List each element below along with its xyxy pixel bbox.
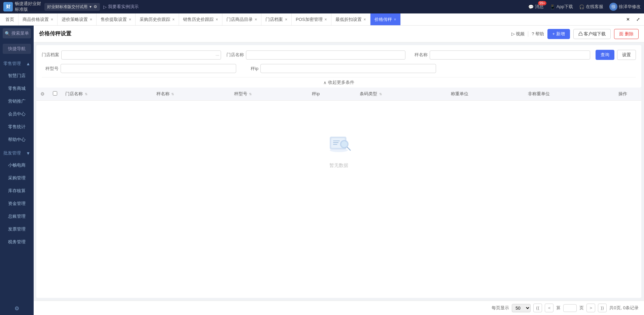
store-name-input[interactable] [246,50,406,60]
scale-ip-input[interactable] [260,64,436,73]
page-number-input[interactable]: 1 [563,304,577,312]
sidebar-section-wholesale-header[interactable]: 批发管理 ▼ [0,147,34,159]
sidebar-item-invoice[interactable]: 发票管理 [0,223,34,236]
tab-purchase-history-close[interactable]: × [172,17,175,22]
add-button[interactable]: + 新增 [547,29,570,39]
sidebar-item-general-ledger[interactable]: 总账管理 [0,210,34,223]
user-info[interactable]: 徐 徐泽华修改 [609,3,641,11]
messages-button[interactable]: 💬 消息 99+ [528,4,544,10]
page-total: 共0页, 0条记录 [609,305,639,311]
tab-pos-mgmt-label: POS加密管理 [296,16,322,23]
tab-sale-price-label: 售价提取设置 [101,16,127,23]
settings-icon[interactable]: ⚙ [94,4,97,9]
tab-store-archive-label: 门店档案 [265,16,283,23]
sidebar-item-help-center[interactable]: 帮助中心 [0,133,34,146]
logo-text: 畅捷通好业财 标准版 [15,1,41,12]
maximize-tab-button[interactable]: ⤢ [633,15,643,24]
download-client-button[interactable]: 凸 客户端下载 [573,29,611,39]
settings-button[interactable]: 设置 [617,50,636,60]
store-archive-input[interactable] [61,50,221,60]
collapse-button[interactable]: ∧ 收起更多条件 [323,79,354,85]
tab-pos-mgmt[interactable]: POS加密管理 × [292,13,331,26]
th-weight-unit: 称重单位 [447,88,524,101]
tab-sales-history-close[interactable]: × [216,17,218,22]
tab-min-discount-close[interactable]: × [364,17,366,22]
sidebar-item-member-center[interactable]: 会员中心 [0,108,34,120]
sidebar-section-retail-header[interactable]: 零售管理 ▲ [0,58,34,69]
close-tab-button[interactable]: ✕ [623,15,633,24]
version-label: 好业财标准版交付试用 [47,4,87,10]
tab-sales-history[interactable]: 销售历史价跟踪 × [179,13,222,26]
tab-store-catalog-label: 门店商品目录 [226,16,253,23]
select-all-checkbox[interactable] [53,91,57,96]
filter-area: 门店档案 ··· 门店名称 秤名称 查询 [36,45,641,88]
last-page-button[interactable]: ⟩⟩ [598,304,607,312]
app-download-button[interactable]: 📱 App下载 [550,4,573,10]
sort-scale-model-icon: ⇅ [249,92,252,96]
table-config-button[interactable]: ⚙ [40,91,45,97]
scale-name-input[interactable] [430,50,590,60]
sidebar-item-marketing[interactable]: 营销推广 [0,95,34,108]
store-archive-ellipsis-button[interactable]: ··· [214,51,221,59]
sidebar-item-purchase-mgmt[interactable]: 采购管理 [0,172,34,184]
tab-min-discount-label: 最低折扣设置 [335,16,362,23]
tab-sale-price-close[interactable]: × [129,17,131,22]
next-page-button[interactable]: ＞ [586,304,595,312]
tab-purchase-history[interactable]: 采购历史价跟踪 × [136,13,179,26]
filter-store-archive: 门店档案 ··· [42,50,221,60]
search-menu-button[interactable]: 🔍 搜索菜单 [3,28,31,38]
sidebar-item-inventory[interactable]: 库存核算 [0,184,34,197]
tab-store-catalog-close[interactable]: × [255,17,257,22]
sidebar-item-ecommerce[interactable]: 小畅电商 [0,159,34,172]
tab-min-discount[interactable]: 最低折扣设置 × [331,13,370,26]
tab-price-scale-close[interactable]: × [394,17,396,22]
empty-icon [324,128,354,158]
sidebar-item-smart-store[interactable]: 智慧门店 [0,69,34,82]
page-title: 价格传秤设置 [39,30,71,37]
delete-button[interactable]: 面 删除 [614,29,639,39]
filter-store-archive-input-wrapper: ··· [61,50,221,60]
filter-scale-name-label: 秤名称 [411,52,428,58]
tab-price-scale[interactable]: 价格传秤 × [370,13,401,26]
tab-store-catalog[interactable]: 门店商品目录 × [222,13,261,26]
help-link[interactable]: ? 帮助 [532,31,544,37]
filter-row-2: 秤型号 秤ip [42,64,636,73]
th-scale-model: 秤型号 ⇅ [230,88,308,101]
tab-goods-price[interactable]: 商品价格设置 × [19,13,58,26]
sidebar-item-retail-mall[interactable]: 零售商城 [0,82,34,95]
tab-store-archive-close[interactable]: × [285,17,287,22]
page-size-select[interactable]: 20 50 100 [512,304,531,312]
sidebar-item-finance[interactable]: 资金管理 [0,197,34,210]
tab-goods-price-close[interactable]: × [51,17,53,22]
demo-button[interactable]: ▷ 我要看实例演示 [103,4,139,10]
quick-nav-button[interactable]: 快捷导航 [3,44,31,54]
tab-sale-price[interactable]: 售价提取设置 × [97,13,136,26]
video-link[interactable]: ▷ 视频 [511,31,525,37]
tab-home[interactable]: 首页 [1,13,19,26]
tab-purchase-strategy[interactable]: 进价策略设置 × [58,13,97,26]
query-button[interactable]: 查询 [596,50,614,60]
sidebar: 🔍 搜索菜单 快捷导航 零售管理 ▲ 智慧门店 零售商城 营销推广 [0,26,34,315]
sidebar-item-retail-stats[interactable]: 零售统计 [0,120,34,133]
scale-model-input[interactable] [61,64,236,73]
filter-store-name-label: 门店名称 [226,52,244,58]
filter-scale-model-label: 秤型号 [42,66,59,72]
divider [528,31,528,37]
tab-purchase-strategy-close[interactable]: × [90,17,92,22]
quick-nav-area: 快捷导航 [0,41,34,57]
th-scale-name: 秤名称 ⇅ [152,88,230,101]
online-service-button[interactable]: 🎧 在线客服 [579,4,603,10]
tab-store-archive[interactable]: 门店档案 × [261,13,292,26]
sort-scale-name-icon: ⇅ [171,92,174,96]
question-icon: ? [532,31,534,36]
version-selector[interactable]: 好业财标准版交付试用 ▾ ⚙ [44,3,100,11]
th-ops: 操作 [614,88,641,101]
sidebar-settings-button[interactable]: ⚙ [14,305,19,312]
page-size-label: 每页显示 [492,305,509,311]
tab-sales-history-label: 销售历史价跟踪 [183,16,214,23]
sidebar-section-retail: 零售管理 ▲ 智慧门店 零售商城 营销推广 会员中心 零售统计 帮助中心 [0,57,34,147]
tab-pos-mgmt-close[interactable]: × [325,17,327,22]
prev-page-button[interactable]: ＜ [545,304,553,312]
sidebar-item-tax[interactable]: 税务管理 [0,236,34,248]
first-page-button[interactable]: ⟨⟨ [533,304,542,312]
